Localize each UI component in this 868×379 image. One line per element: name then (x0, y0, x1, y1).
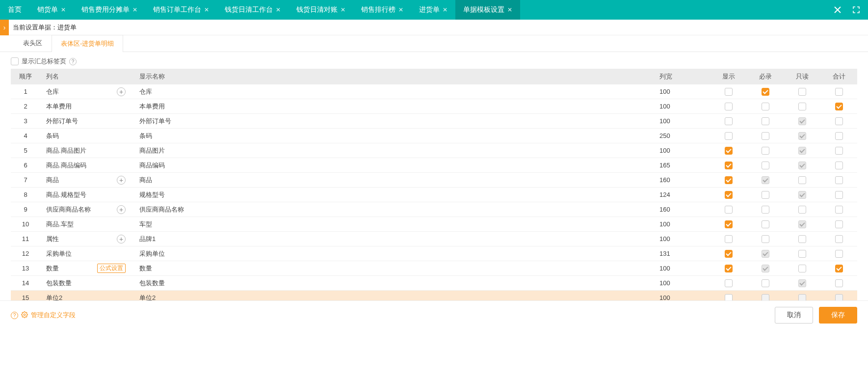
cell-width[interactable]: 100 (654, 147, 710, 154)
gear-icon[interactable] (21, 311, 28, 320)
show-summary-checkbox[interactable] (11, 57, 19, 65)
checkbox-show[interactable] (725, 147, 733, 155)
tab-6[interactable]: 销售排行榜✕ (353, 0, 411, 20)
checkbox-total[interactable] (835, 220, 843, 228)
tab-1[interactable]: 销货单✕ (29, 0, 74, 20)
cell-width[interactable]: 100 (654, 220, 710, 228)
checkbox-total[interactable] (835, 88, 843, 96)
cell-width[interactable]: 124 (654, 191, 710, 198)
cell-display[interactable]: 本单费用 (133, 102, 654, 111)
cell-display[interactable]: 包装数量 (133, 279, 654, 288)
fullscreen-icon[interactable] (851, 5, 861, 15)
checkbox-show[interactable] (725, 88, 733, 96)
cell-display[interactable]: 采购单位 (133, 249, 654, 258)
close-icon[interactable]: ✕ (398, 6, 403, 13)
checkbox-required[interactable] (762, 235, 769, 243)
checkbox-readonly[interactable] (798, 206, 806, 214)
cell-display[interactable]: 商品编码 (133, 161, 654, 170)
table-row[interactable]: 14包装数量包装数量100 (11, 276, 857, 291)
cell-display[interactable]: 仓库 (133, 87, 654, 96)
checkbox-total[interactable] (835, 117, 843, 125)
cell-width[interactable]: 100 (654, 117, 710, 125)
checkbox-total[interactable] (835, 279, 843, 287)
footer-help-icon[interactable]: ? (11, 312, 18, 319)
cell-display[interactable]: 车型 (133, 220, 654, 229)
checkbox-required[interactable] (762, 206, 769, 214)
close-icon[interactable]: ✕ (132, 6, 137, 13)
cell-width[interactable]: 100 (654, 294, 710, 300)
close-icon[interactable]: ✕ (204, 6, 209, 13)
tab-7[interactable]: 进货单✕ (411, 0, 455, 20)
checkbox-required[interactable] (762, 220, 769, 228)
checkbox-show[interactable] (725, 279, 733, 287)
checkbox-required[interactable] (762, 103, 769, 110)
checkbox-readonly[interactable] (798, 103, 806, 110)
add-icon[interactable]: + (117, 176, 126, 185)
cell-width[interactable]: 100 (654, 265, 710, 272)
checkbox-readonly[interactable] (798, 235, 806, 243)
checkbox-show[interactable] (725, 117, 733, 125)
checkbox-total[interactable] (835, 235, 843, 243)
table-row[interactable]: 12采购单位采购单位131 (11, 246, 857, 261)
inner-tab-0[interactable]: 表头区 (14, 34, 52, 52)
cell-width[interactable]: 165 (654, 162, 710, 169)
checkbox-readonly[interactable] (798, 265, 806, 272)
table-row[interactable]: 5商品.商品图片商品图片100 (11, 143, 857, 158)
tab-3[interactable]: 销售订单工作台✕ (145, 0, 217, 20)
inner-tab-1[interactable]: 表体区-进货单明细 (52, 35, 123, 52)
checkbox-required[interactable] (762, 279, 769, 287)
table-row[interactable]: 3外部订单号外部订单号100 (11, 114, 857, 129)
checkbox-show[interactable] (725, 162, 733, 169)
tab-4[interactable]: 钱货日清工作台✕ (217, 0, 289, 20)
table-row[interactable]: 1仓库+仓库100 (11, 84, 857, 99)
add-icon[interactable]: + (117, 235, 126, 244)
tab-2[interactable]: 销售费用分摊单✕ (74, 0, 145, 20)
close-icon[interactable]: ✕ (61, 6, 66, 13)
checkbox-show[interactable] (725, 250, 733, 258)
checkbox-required[interactable] (762, 117, 769, 125)
cell-display[interactable]: 品牌1 (133, 235, 654, 244)
close-icon[interactable]: ✕ (507, 6, 512, 13)
checkbox-show[interactable] (725, 235, 733, 243)
cell-display[interactable]: 单位2 (133, 294, 654, 301)
cell-display[interactable]: 条码 (133, 132, 654, 140)
cell-display[interactable]: 规格型号 (133, 190, 654, 199)
checkbox-total[interactable] (835, 132, 843, 140)
close-icon[interactable]: ✕ (443, 6, 447, 13)
cell-width[interactable]: 100 (654, 235, 710, 243)
checkbox-show[interactable] (725, 294, 733, 301)
table-row[interactable]: 7商品+商品160 (11, 173, 857, 188)
cell-width[interactable]: 160 (654, 206, 710, 213)
checkbox-total[interactable] (835, 147, 843, 155)
table-row[interactable]: 4条码条码250 (11, 129, 857, 143)
checkbox-show[interactable] (725, 191, 733, 199)
checkbox-readonly[interactable] (798, 250, 806, 258)
cell-width[interactable]: 250 (654, 132, 710, 139)
cell-width[interactable]: 131 (654, 250, 710, 257)
table-row[interactable]: 11属性+品牌1100 (11, 232, 857, 246)
checkbox-required[interactable] (762, 132, 769, 140)
cell-display[interactable]: 商品 (133, 176, 654, 185)
cell-width[interactable]: 100 (654, 279, 710, 287)
help-icon[interactable]: ? (69, 58, 77, 65)
checkbox-show[interactable] (725, 220, 733, 228)
cell-display[interactable]: 数量 (133, 264, 654, 273)
formula-badge[interactable]: 公式设置 (97, 264, 126, 273)
cell-width[interactable]: 100 (654, 103, 710, 110)
checkbox-required[interactable] (762, 88, 769, 96)
tab-5[interactable]: 钱货日清对账✕ (289, 0, 353, 20)
cell-width[interactable]: 160 (654, 176, 710, 184)
save-button[interactable]: 保存 (819, 307, 857, 324)
add-icon[interactable]: + (117, 87, 126, 96)
checkbox-total[interactable] (835, 250, 843, 258)
table-row[interactable]: 13数量公式设置数量100 (11, 261, 857, 276)
checkbox-show[interactable] (725, 103, 733, 110)
table-row[interactable]: 9供应商商品名称+供应商商品名称160 (11, 202, 857, 217)
close-all-icon[interactable] (833, 5, 842, 15)
table-row[interactable]: 8商品.规格型号规格型号124 (11, 188, 857, 202)
table-row[interactable]: 15单位2单位2100 (11, 291, 857, 300)
cancel-button[interactable]: 取消 (775, 307, 813, 324)
checkbox-required[interactable] (762, 147, 769, 155)
grid-body[interactable]: 1仓库+仓库1002本单费用本单费用1003外部订单号外部订单号1004条码条码… (11, 84, 857, 300)
table-row[interactable]: 10商品.车型车型100 (11, 217, 857, 232)
